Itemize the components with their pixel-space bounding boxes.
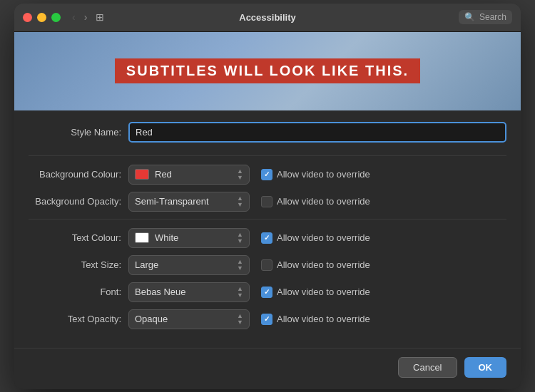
text-size-override-area: Allow video to override	[261, 259, 370, 271]
text-opacity-label: Text Opacity:	[29, 314, 128, 324]
text-size-label: Text Size:	[29, 259, 128, 270]
dropdown-arrows-icon5: ▲▼	[237, 286, 243, 299]
traffic-lights	[23, 13, 61, 22]
bg-opacity-override-checkbox[interactable]	[261, 196, 272, 207]
search-area[interactable]: 🔍 Search	[459, 10, 512, 24]
window-title: Accessibility	[239, 12, 296, 23]
text-size-dropdown[interactable]: Large ▲▼	[128, 255, 250, 275]
background-opacity-row: Background Opacity: Semi-Transparent ▲▼ …	[29, 192, 506, 212]
font-value: Bebas Neue	[135, 287, 233, 297]
dropdown-arrows-icon2: ▲▼	[237, 195, 243, 208]
text-colour-override-checkbox[interactable]: ✓	[261, 232, 272, 244]
back-arrow-icon[interactable]: ‹	[69, 10, 78, 24]
background-opacity-value: Semi-Transparent	[135, 196, 233, 207]
text-size-override-label: Allow video to override	[277, 259, 370, 270]
font-override-area: ✓ Allow video to override	[261, 287, 370, 298]
font-override-label: Allow video to override	[277, 287, 370, 297]
divider	[29, 155, 506, 156]
background-opacity-dropdown[interactable]: Semi-Transparent ▲▼	[128, 192, 250, 212]
check-icon2: ✓	[264, 234, 270, 242]
text-colour-override-label: Allow video to override	[277, 232, 370, 243]
ok-button[interactable]: OK	[464, 357, 507, 378]
accessibility-window: ‹ › ⊞ Accessibility 🔍 Search SUBTITLES W…	[14, 4, 521, 389]
dropdown-arrows-icon: ▲▼	[237, 168, 243, 181]
search-icon: 🔍	[464, 12, 475, 22]
content-area: Style Name: Background Colour: Red ▲▼ ✓ …	[14, 110, 521, 348]
style-name-input[interactable]	[128, 122, 506, 143]
close-button[interactable]	[23, 13, 32, 22]
check-icon4: ✓	[264, 315, 270, 323]
style-name-row: Style Name:	[29, 122, 506, 143]
text-opacity-override-checkbox[interactable]: ✓	[261, 314, 272, 325]
subtitle-preview: SUBTITLES WILL LOOK LIKE THIS.	[115, 58, 420, 83]
text-colour-swatch	[135, 232, 149, 243]
bg-opacity-override-label: Allow video to override	[277, 196, 370, 207]
dropdown-arrows-icon6: ▲▼	[237, 313, 243, 326]
preview-area: SUBTITLES WILL LOOK LIKE THIS.	[14, 32, 521, 110]
font-override-checkbox[interactable]: ✓	[261, 287, 272, 298]
grid-icon[interactable]: ⊞	[96, 11, 104, 23]
background-colour-swatch	[135, 169, 149, 180]
text-colour-label: Text Colour:	[29, 232, 128, 243]
nav-arrows: ‹ ›	[69, 10, 90, 24]
text-colour-dropdown[interactable]: White ▲▼	[128, 228, 250, 248]
dropdown-arrows-icon3: ▲▼	[237, 232, 243, 244]
text-colour-value: White	[155, 232, 233, 243]
text-size-value: Large	[135, 259, 233, 270]
background-colour-row: Background Colour: Red ▲▼ ✓ Allow video …	[29, 165, 506, 185]
maximize-button[interactable]	[51, 13, 61, 22]
bg-opacity-override-area: Allow video to override	[261, 196, 370, 207]
text-opacity-value: Opaque	[135, 314, 233, 324]
search-text: Search	[479, 12, 506, 22]
button-row: Cancel OK	[14, 348, 521, 389]
background-colour-value: Red	[155, 169, 233, 180]
font-dropdown[interactable]: Bebas Neue ▲▼	[128, 282, 250, 302]
dropdown-arrows-icon4: ▲▼	[237, 259, 243, 272]
text-colour-override-area: ✓ Allow video to override	[261, 232, 370, 244]
background-colour-label: Background Colour:	[29, 169, 128, 180]
minimize-button[interactable]	[37, 13, 46, 22]
text-opacity-row: Text Opacity: Opaque ▲▼ ✓ Allow video to…	[29, 309, 506, 329]
bg-colour-override-checkbox[interactable]: ✓	[261, 169, 272, 180]
text-opacity-override-label: Allow video to override	[277, 314, 370, 324]
title-bar: ‹ › ⊞ Accessibility 🔍 Search	[14, 4, 521, 32]
background-colour-dropdown[interactable]: Red ▲▼	[128, 165, 250, 185]
text-opacity-override-area: ✓ Allow video to override	[261, 314, 370, 325]
bg-colour-override-area: ✓ Allow video to override	[261, 169, 370, 180]
font-label: Font:	[29, 287, 128, 297]
cancel-button[interactable]: Cancel	[398, 357, 457, 378]
font-row: Font: Bebas Neue ▲▼ ✓ Allow video to ove…	[29, 282, 506, 302]
background-opacity-label: Background Opacity:	[29, 196, 128, 207]
text-size-override-checkbox[interactable]	[261, 259, 272, 271]
bg-colour-override-label: Allow video to override	[277, 169, 370, 180]
forward-arrow-icon[interactable]: ›	[81, 10, 91, 24]
check-icon: ✓	[264, 170, 270, 178]
check-icon3: ✓	[264, 288, 270, 296]
text-opacity-dropdown[interactable]: Opaque ▲▼	[128, 309, 250, 329]
style-name-label: Style Name:	[29, 127, 128, 138]
divider2	[29, 219, 506, 220]
text-colour-row: Text Colour: White ▲▼ ✓ Allow video to o…	[29, 228, 506, 248]
text-size-row: Text Size: Large ▲▼ Allow video to overr…	[29, 255, 506, 275]
